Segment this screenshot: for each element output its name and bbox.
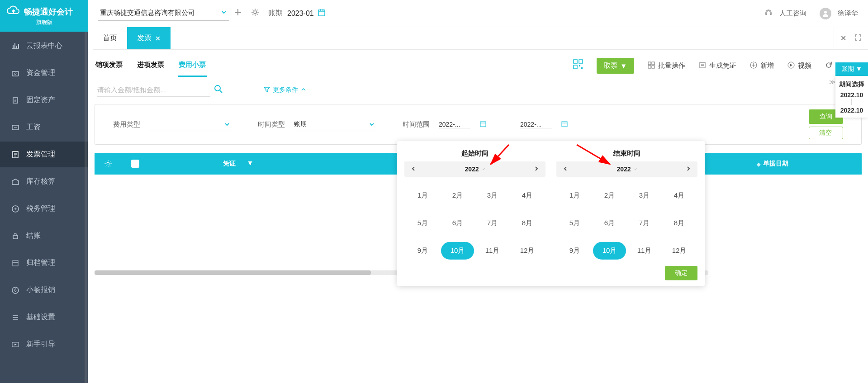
add-button[interactable] — [229, 8, 247, 19]
sidebar-item-label: 库存核算 — [26, 177, 55, 186]
sidebar-item-label: 发票管理 — [26, 150, 55, 159]
month-cell[interactable]: 9月 — [558, 242, 591, 260]
year-selector[interactable]: 2022 — [617, 165, 637, 173]
month-cell[interactable]: 4月 — [663, 187, 696, 204]
user-name[interactable]: 徐泽华 — [838, 9, 858, 18]
divider — [813, 7, 813, 20]
svg-rect-28 — [562, 122, 567, 127]
gear-icon[interactable] — [247, 8, 264, 19]
th-checkbox[interactable] — [122, 160, 149, 168]
svg-rect-8 — [13, 262, 18, 266]
month-cell[interactable]: 12月 — [511, 242, 544, 260]
th-date[interactable]: 单据日期 — [683, 160, 862, 168]
period-sep: | — [835, 99, 868, 106]
company-name: 重庆畅捷交通信息咨询有限公司 — [100, 9, 195, 17]
sidebar-item-fund[interactable]: 资金管理 — [0, 60, 88, 86]
month-cell[interactable]: 7月 — [476, 214, 509, 232]
th-settings[interactable] — [95, 160, 122, 168]
time-range-label: 时间范围 — [403, 120, 430, 129]
sidebar-item-tax[interactable]: 税务管理 — [0, 196, 88, 222]
search-icon[interactable] — [214, 85, 223, 96]
month-cell[interactable]: 12月 — [663, 242, 696, 260]
tab-invoice[interactable]: 发票 ✕ — [127, 27, 171, 49]
calendar-icon[interactable] — [318, 9, 326, 18]
subtab-expense[interactable]: 费用小票 — [178, 54, 207, 77]
sidebar-item-report-center[interactable]: 云报表中心 — [0, 33, 88, 59]
month-cell[interactable]: 3月 — [628, 187, 661, 204]
sidebar-item-guide[interactable]: 新手引导 — [0, 331, 88, 357]
month-cell[interactable]: 4月 — [511, 187, 544, 204]
month-cell[interactable]: 1月 — [558, 187, 591, 204]
search-input[interactable] — [97, 83, 210, 97]
subtab-output[interactable]: 销项发票 — [95, 54, 123, 77]
month-cell[interactable]: 3月 — [476, 187, 509, 204]
expense-type-select[interactable] — [149, 118, 231, 131]
month-cell[interactable]: 5月 — [558, 214, 591, 232]
date-range-popup: 起始时间 2022 1月2月3月4月5月6月7月8月9月10月11月12月 结束… — [397, 141, 705, 286]
close-all-button[interactable]: ✕ — [837, 29, 850, 47]
period-rail-button[interactable]: 账期 ▼ — [835, 62, 868, 76]
sidebar-item-label: 小畅报销 — [26, 285, 55, 295]
month-cell[interactable]: 11月 — [628, 242, 661, 260]
month-cell[interactable]: 9月 — [406, 242, 439, 260]
sidebar-item-salary[interactable]: 工资 — [0, 114, 88, 140]
sidebar-scrollbar[interactable] — [85, 32, 87, 383]
page-tabs: 首页 发票 ✕ ✕ — [93, 27, 868, 50]
svg-rect-0 — [12, 71, 19, 76]
tab-home[interactable]: 首页 — [93, 27, 127, 49]
tax-icon — [11, 204, 20, 213]
prev-year-button[interactable] — [411, 165, 416, 173]
next-year-button[interactable] — [686, 165, 691, 173]
sidebar-item-asset[interactable]: 固定资产 — [0, 87, 88, 113]
sidebar-item-expense[interactable]: 小畅报销 — [0, 277, 88, 303]
month-cell[interactable]: 10月 — [593, 242, 626, 260]
time-type-select[interactable]: 账期 — [294, 118, 375, 131]
more-conditions-toggle[interactable]: 更多条件 — [264, 86, 306, 94]
sidebar-item-label: 工资 — [26, 123, 41, 132]
sidebar-item-archive[interactable]: 归档管理 — [0, 250, 88, 276]
consult-link[interactable]: 人工咨询 — [779, 9, 806, 18]
sidebar-item-label: 新手引导 — [26, 340, 55, 349]
sidebar-item-invoice[interactable]: 发票管理 — [0, 142, 88, 167]
prev-year-button[interactable] — [563, 165, 568, 173]
next-year-button[interactable] — [534, 165, 539, 173]
year-selector[interactable]: 2022 — [465, 165, 485, 173]
month-cell[interactable]: 8月 — [663, 214, 696, 232]
voucher-button[interactable]: 生成凭证 — [699, 61, 736, 70]
fetch-button[interactable]: 取票▼ — [597, 58, 634, 74]
month-cell[interactable]: 1月 — [406, 187, 439, 204]
clear-button[interactable]: 清空 — [809, 127, 843, 139]
month-cell[interactable]: 2月 — [441, 187, 474, 204]
avatar[interactable] — [820, 8, 831, 19]
month-cell[interactable]: 5月 — [406, 214, 439, 232]
calendar-icon[interactable] — [561, 120, 568, 129]
svg-rect-18 — [581, 67, 583, 69]
month-cell[interactable]: 6月 — [593, 214, 626, 232]
video-button[interactable]: 视频 — [787, 61, 811, 70]
calendar-icon[interactable] — [479, 120, 487, 129]
sidebar-item-closing[interactable]: 结账 — [0, 223, 88, 249]
batch-button[interactable]: 批量操作 — [648, 61, 685, 70]
month-cell[interactable]: 8月 — [511, 214, 544, 232]
period-to[interactable]: 2022.10 — [835, 106, 868, 115]
company-selector[interactable]: 重庆畅捷交通信息咨询有限公司 — [98, 6, 229, 21]
month-cell[interactable]: 10月 — [441, 242, 474, 260]
chevron-up-icon — [301, 86, 306, 94]
month-cell[interactable]: 6月 — [441, 214, 474, 232]
close-icon[interactable]: ✕ — [155, 35, 161, 42]
confirm-button[interactable]: 确定 — [665, 266, 697, 280]
month-cell[interactable]: 11月 — [476, 242, 509, 260]
subtab-input[interactable]: 进项发票 — [136, 54, 165, 77]
th-voucher[interactable]: 凭证 — [149, 160, 327, 168]
sidebar-item-settings[interactable]: 基础设置 — [0, 304, 88, 330]
date-to-input[interactable]: 2022-... — [520, 121, 552, 128]
chevron-right-icon[interactable]: ≫ — [829, 78, 836, 85]
date-from-input[interactable]: 2022-... — [439, 121, 470, 128]
month-cell[interactable]: 7月 — [628, 214, 661, 232]
sidebar-item-inventory[interactable]: 库存核算 — [0, 169, 88, 194]
qrcode-icon[interactable] — [573, 59, 583, 72]
fullscreen-button[interactable] — [851, 29, 865, 47]
add-button[interactable]: 新增 — [750, 61, 774, 70]
month-cell[interactable]: 2月 — [593, 187, 626, 204]
svg-rect-14 — [574, 60, 577, 63]
